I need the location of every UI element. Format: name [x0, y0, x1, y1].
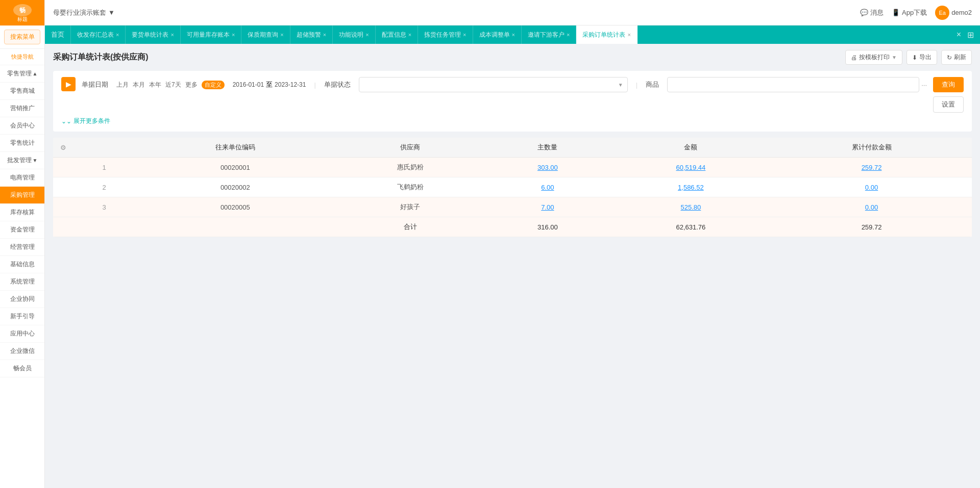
expand-more-button[interactable]: ⌄⌄ 展开更多条件 [61, 117, 110, 125]
sidebar-item-purchase-mgmt[interactable]: 采购管理 [0, 187, 44, 204]
tab-pick-task[interactable]: 拣货任务管理 × [418, 25, 473, 44]
td-paid-1[interactable]: 259.72 [771, 158, 972, 177]
date-filter-label: 单据日期 [82, 80, 108, 89]
export-button[interactable]: ⬇ 导出 [906, 50, 937, 65]
sidebar-item-nav[interactable]: 快捷导航 [0, 49, 44, 65]
tab-invite-downstream[interactable]: 邀请下游客户 × [522, 25, 576, 44]
td-unit-code-1: 00020001 [135, 158, 335, 177]
tab-fullscreen-button[interactable]: ⊞ [965, 30, 976, 40]
sidebar-item-retail-mall[interactable]: 零售商城 [0, 83, 44, 100]
td-paid-2[interactable]: 0.00 [771, 177, 972, 197]
tab-home[interactable]: 首页 [45, 25, 71, 44]
sidebar-item-basic-info[interactable]: 基础信息 [0, 256, 44, 273]
date-shortcut-this-year[interactable]: 本年 [149, 81, 161, 89]
tab-config-close[interactable]: × [408, 32, 411, 38]
td-seq-1: 1 [74, 158, 135, 177]
app-download-button[interactable]: 📱 App下载 [892, 8, 927, 17]
tab-expiry-query[interactable]: 保质期查询 × [241, 25, 290, 44]
td-amount-3[interactable]: 525.80 [610, 197, 771, 217]
date-shortcut-7days[interactable]: 近7天 [165, 81, 181, 89]
filter-row: 单据日期 上月 本月 本年 近7天 更多 自定义 2016-01-01 [82, 77, 927, 92]
sidebar-item-member-center[interactable]: 会员中心 [0, 117, 44, 135]
td-main-qty-3[interactable]: 7.00 [485, 197, 610, 217]
tab-pick-task-close[interactable]: × [463, 32, 466, 38]
td-main-qty-2[interactable]: 6.00 [485, 177, 610, 197]
message-icon: 💬 [860, 9, 868, 16]
td-main-qty-1[interactable]: 303.00 [485, 158, 610, 177]
table-settings-icon[interactable]: ⚙ [60, 144, 66, 151]
tab-func-desc-close[interactable]: × [365, 32, 369, 38]
date-shortcut-this-month[interactable]: 本月 [133, 81, 145, 89]
sidebar-search-area: 搜索菜单 [0, 25, 44, 49]
sidebar-item-retail-stats[interactable]: 零售统计 [0, 135, 44, 152]
tab-requisition-close[interactable]: × [170, 32, 174, 38]
table-row: 2 00020002 飞鹤奶粉 6.00 1,586.52 0.00 [53, 177, 972, 197]
sidebar-item-ecommerce[interactable]: 电商管理 [0, 169, 44, 187]
goods-more-icon[interactable]: ··· [921, 81, 927, 89]
td-amount-2[interactable]: 1,586.52 [610, 177, 771, 197]
tab-close-all-button[interactable]: × [954, 30, 963, 39]
template-print-label: 按模板打印 [859, 53, 890, 62]
tab-receive-summary-close[interactable]: × [116, 32, 119, 38]
td-unit-code-3: 00020005 [135, 197, 335, 217]
th-seq [74, 138, 135, 158]
filter-toggle-button[interactable]: ▶ [61, 77, 76, 91]
sidebar-item-wholesale-label: 批发管理 [7, 156, 32, 165]
tab-purchase-summary-close[interactable]: × [627, 32, 630, 38]
tab-overstock[interactable]: 超储预警 × [290, 25, 333, 44]
user-profile[interactable]: Ea demo2 [935, 6, 972, 20]
tab-func-desc[interactable]: 功能说明 × [333, 25, 375, 44]
sidebar-item-inventory[interactable]: 库存核算 [0, 204, 44, 221]
status-filter-label: 单据状态 [324, 80, 351, 89]
template-print-button[interactable]: 🖨 按模板打印 ▼ [845, 50, 902, 65]
user-name: demo2 [951, 9, 972, 16]
query-button[interactable]: 查询 [933, 77, 964, 92]
tab-expiry-close[interactable]: × [280, 32, 283, 38]
tab-cost-adjust-close[interactable]: × [512, 32, 515, 38]
tab-receive-summary[interactable]: 收发存汇总表 × [71, 25, 126, 44]
td-supplier-2: 飞鹤奶粉 [335, 177, 485, 197]
table-row: 1 00020001 惠氏奶粉 303.00 60,519.44 259.72 [53, 158, 972, 177]
tab-overstock-close[interactable]: × [323, 32, 326, 38]
tab-available-inventory[interactable]: 可用量库存账本 × [181, 25, 241, 44]
search-menu-button[interactable]: 搜索菜单 [4, 30, 40, 44]
tab-pick-task-label: 拣货任务管理 [424, 31, 461, 39]
sidebar-item-wholesale-mgmt[interactable]: 批发管理 ▼ [0, 152, 44, 169]
date-shortcut-more[interactable]: 更多 [185, 81, 198, 89]
footer-amount: 62,631.76 [610, 217, 771, 237]
td-amount-1[interactable]: 60,519.44 [610, 158, 771, 177]
sidebar-item-enterprise-wechat[interactable]: 企业微信 [0, 343, 44, 360]
sidebar-item-system[interactable]: 系统管理 [0, 273, 44, 291]
tab-cost-adjust[interactable]: 成本调整单 × [473, 25, 522, 44]
sidebar-item-member[interactable]: 畅会员 [0, 360, 44, 377]
sidebar-item-retail-mgmt[interactable]: 零售管理 ▲ [0, 65, 44, 83]
tab-overstock-label: 超储预警 [297, 31, 321, 39]
sidebar-item-new-guide[interactable]: 新手引导 [0, 308, 44, 325]
tab-available-inventory-close[interactable]: × [232, 32, 235, 38]
tab-config-info[interactable]: 配置信息 × [376, 25, 418, 44]
sidebar-item-app-center[interactable]: 应用中心 [0, 325, 44, 343]
tab-config-label: 配置信息 [382, 31, 406, 39]
date-custom-tag[interactable]: 自定义 [202, 81, 225, 89]
tab-purchase-summary[interactable]: 采购订单统计表 × [576, 25, 637, 44]
tab-cost-adjust-label: 成本调整单 [479, 31, 510, 39]
app-download-icon: 📱 [892, 9, 900, 16]
date-shortcut-last-month[interactable]: 上月 [116, 81, 129, 89]
tab-invite-close[interactable]: × [567, 32, 570, 38]
account-selector[interactable]: 母婴行业演示账套 ▼ [53, 8, 115, 17]
sidebar-item-enterprise-coop[interactable]: 企业协同 [0, 291, 44, 308]
refresh-button[interactable]: ↻ 刷新 [941, 50, 972, 65]
message-button[interactable]: 💬 消息 [860, 8, 884, 17]
sidebar: 畅 标题 搜索菜单 快捷导航 零售管理 ▲ 零售商城 营销推广 会员中心 零售统… [0, 0, 45, 488]
goods-filter-input[interactable] [667, 77, 919, 92]
sidebar-item-marketing[interactable]: 营销推广 [0, 100, 44, 117]
sidebar-item-ops[interactable]: 经营管理 [0, 239, 44, 256]
td-seq-2: 2 [74, 177, 135, 197]
sidebar-item-finance[interactable]: 资金管理 [0, 221, 44, 239]
td-paid-3[interactable]: 0.00 [771, 197, 972, 217]
date-from: 2016-01-01 [233, 81, 264, 88]
status-filter-select[interactable]: ▼ [359, 77, 628, 92]
settings-button[interactable]: 设置 [933, 96, 964, 113]
th-settings[interactable]: ⚙ [53, 138, 74, 158]
tab-requisition[interactable]: 要货单统计表 × [126, 25, 180, 44]
